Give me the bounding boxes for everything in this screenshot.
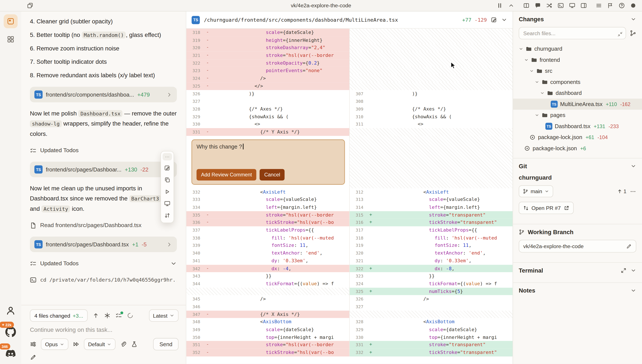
expand-todos-button[interactable] [170, 258, 177, 268]
diff-line[interactable]: 351-stroke="hsl(var(--border [186, 341, 350, 349]
git-more-button[interactable] [630, 188, 636, 195]
experiments-button[interactable] [131, 341, 138, 348]
todos-button[interactable] [116, 312, 122, 319]
diff-line[interactable]: 324tickFormat={(value) => f [350, 280, 513, 288]
tree-file-MultiLineArea.tsx[interactable]: TSMultiLineArea.tsx+110-162 [513, 99, 642, 110]
diff-line[interactable]: 332<AxisLeft [186, 188, 350, 196]
diff-line[interactable]: 312<AxisLeft [350, 188, 513, 196]
pause-button[interactable] [497, 2, 503, 8]
diff-line[interactable]: 328{/* Axes */} [186, 105, 350, 113]
diff-line[interactable]: 309{/* Axes */} [350, 105, 513, 113]
updated-todos-row[interactable]: Updated Todos [30, 258, 177, 268]
diff-line[interactable]: 315+stroke="transparent" [350, 211, 513, 219]
workspace-tab-active[interactable] [4, 14, 18, 28]
diff-line[interactable]: 343}} [186, 272, 350, 280]
expand-terminal-button[interactable] [621, 268, 626, 274]
monitor-button[interactable] [161, 198, 174, 210]
diff-line[interactable]: 318-scale={dateScale} [186, 28, 350, 36]
sidebar-right-button[interactable] [580, 2, 587, 8]
file-change-chip[interactable]: TSfrontend/src/components/dashboa...+479 [30, 87, 177, 102]
help-button[interactable] [618, 2, 625, 8]
scroll-top-button[interactable] [93, 312, 99, 319]
diff-line[interactable]: 325-</> [186, 82, 350, 90]
git-graph-button[interactable] [630, 30, 636, 36]
tree-folder-components[interactable]: components [513, 76, 642, 88]
send-button[interactable]: Send [153, 338, 178, 350]
collapse-tree-button[interactable] [617, 30, 623, 38]
tree-file-Dashboard.tsx[interactable]: TSDashboard.tsx+131-233 [513, 121, 642, 132]
diff-line[interactable]: 320-strokeDasharray="2,4" [186, 44, 350, 52]
diff-line[interactable]: 323-pointerEvents="none" [186, 67, 350, 75]
diff-line[interactable]: 335-stroke="hsl(var(--border [186, 211, 350, 219]
columns-button[interactable] [523, 2, 529, 8]
settings-sliders-button[interactable] [30, 341, 37, 348]
review-comment-box[interactable]: Why this change ? Add Review Comment Can… [192, 140, 344, 184]
shuffle-button[interactable] [546, 2, 552, 8]
collapse-diff-button[interactable] [501, 17, 507, 23]
discord-link[interactable]: 346 [5, 348, 16, 359]
diff-line[interactable]: 345/> [186, 295, 350, 303]
diff-line[interactable]: 352-tickStroke="hsl(var(--bo [186, 349, 350, 356]
workspaces-grid-button[interactable] [4, 32, 18, 46]
diff-line[interactable]: 338fill: 'hsl(var(--muted [186, 234, 350, 242]
model-select[interactable]: Opus [41, 338, 69, 350]
diff-line[interactable]: 333scale={valueScale} [186, 196, 350, 204]
diff-line[interactable]: 331-{/* Y Axis */} [186, 128, 350, 136]
diff-line[interactable]: 341dy: '0.33em', [186, 257, 350, 265]
drag-handle[interactable] [163, 153, 172, 160]
diff-line[interactable]: 325+numTicks={5} [350, 288, 513, 295]
diff-line[interactable]: 346 [186, 303, 350, 310]
file-change-chip[interactable]: TSfrontend/src/pages/Dashboar...+130-22 [30, 162, 177, 177]
commits-ahead-indicator[interactable]: 1 [617, 188, 626, 194]
open-pr-button[interactable]: Open PR #7 [519, 202, 573, 214]
diff-line[interactable]: 319-height={innerHeight} [186, 36, 350, 44]
collapse-terminal-button[interactable] [630, 268, 636, 274]
message-input[interactable] [30, 327, 178, 333]
chat-button[interactable] [535, 2, 541, 8]
diff-line[interactable]: 337tickLabelProps={{ [186, 226, 350, 234]
diff-line[interactable]: 330<> [186, 120, 350, 128]
diff-line[interactable]: 350top={innerHeight + margi [186, 334, 350, 341]
github-link[interactable]: ★22k [5, 327, 16, 338]
tree-folder-pages[interactable]: pages [513, 110, 642, 120]
diff-line[interactable]: 334left={margin.left} [186, 204, 350, 211]
diff-line[interactable]: 327 [350, 303, 513, 310]
diff-line[interactable]: 347-{/* X Axis */} [186, 310, 350, 318]
open-in-editor-button[interactable] [491, 17, 497, 23]
search-files-input[interactable] [519, 27, 626, 39]
play-button[interactable] [161, 186, 174, 198]
diff-line[interactable]: 324-/> [186, 74, 350, 82]
account-button[interactable] [6, 306, 16, 316]
context-button[interactable] [104, 312, 111, 319]
diff-line[interactable]: 316+tickStroke="transparent" [350, 219, 513, 226]
diff-line[interactable]: 326)} [186, 90, 350, 98]
diff-line[interactable]: 320textAnchor: 'end', [350, 250, 513, 257]
diff-line[interactable]: 329{showAxis && ( [186, 113, 350, 120]
file-change-chip[interactable]: TSfrontend/src/pages/Dashboard.tsx+1-5 [30, 236, 177, 252]
diff-line[interactable]: 340textAnchor: 'end', [186, 250, 350, 257]
diff-line[interactable]: 319fontSize: 11, [350, 242, 513, 250]
terminal-button[interactable] [558, 2, 564, 8]
chevron-up-button[interactable] [508, 2, 514, 8]
tree-file-package-lock.json[interactable]: package-lock.json+61-104 [513, 132, 642, 143]
collapse-git-button[interactable] [630, 163, 636, 169]
diff-line[interactable]: 322-strokeOpacity={0.2} [186, 59, 350, 67]
updated-todos-row[interactable]: Updated Todos [30, 145, 177, 156]
diff-line[interactable]: 328<AxisBottom [350, 318, 513, 326]
diff-line[interactable]: 339fontSize: 11, [186, 242, 350, 250]
terminal-command-row[interactable]: cd /private/var/folders/10/h7w0q46556ggr… [30, 275, 177, 285]
tree-folder-frontend[interactable]: frontend [513, 54, 642, 66]
diff-line[interactable]: 314left={margin.left} [350, 204, 513, 211]
diff-line[interactable]: 313scale={valueScale} [350, 196, 513, 204]
tree-file-package-lock.json[interactable]: package-lock.json+6 [513, 143, 642, 154]
fast-forward-button[interactable] [73, 341, 80, 348]
monitor-button[interactable] [569, 2, 575, 8]
diff-line[interactable]: 321-stroke="hsl(var(--border [186, 52, 350, 59]
edit-box-button[interactable] [161, 162, 174, 174]
diff-line[interactable]: 307)} [350, 90, 513, 98]
files-changed-button[interactable]: 4 files changed +3... [30, 310, 88, 322]
comment-draft-text[interactable]: Why this change ? [197, 144, 339, 150]
diff-line[interactable]: 326/> [350, 295, 513, 303]
diff-line[interactable]: 344tickFormat={(value) => f [186, 280, 350, 288]
diff-line[interactable]: 318fill: 'hsl(var(--muted [350, 234, 513, 242]
